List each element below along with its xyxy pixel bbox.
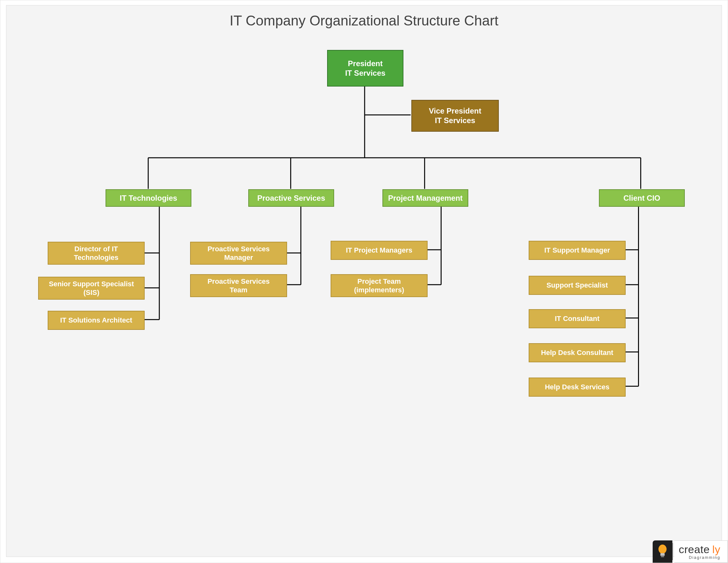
node-it-support-manager: IT Support Manager	[529, 241, 626, 260]
document-outer: IT Company Organizational Structure Char…	[0, 0, 728, 563]
vp-line1: Vice President	[429, 106, 481, 115]
it-tech-r2-l2: (SIS)	[83, 289, 99, 297]
node-vice-president: Vice President IT Services	[411, 100, 499, 132]
watermark-subtitle: Diagramming	[679, 555, 720, 560]
pm-r1: IT Project Managers	[346, 246, 412, 255]
node-senior-support-specialist: Senior Support Specialist (SIS)	[38, 277, 145, 300]
dept-it-tech-label: IT Technologies	[120, 193, 177, 203]
vp-line2: IT Services	[435, 116, 475, 125]
it-tech-r3: IT Solutions Architect	[60, 316, 132, 325]
watermark-text: creately Diagramming	[674, 540, 728, 563]
watermark-brand-b: ly	[712, 544, 720, 555]
chart-title: IT Company Organizational Structure Char…	[6, 13, 722, 29]
creately-watermark: creately Diagramming	[653, 540, 728, 563]
svg-rect-25	[660, 553, 665, 556]
cio-r4: Help Desk Consultant	[541, 348, 613, 357]
cio-r3: IT Consultant	[555, 314, 600, 323]
node-proactive-services-manager: Proactive Services Manager	[190, 242, 287, 264]
node-dept-proactive-services: Proactive Services	[248, 189, 334, 207]
president-line1: President	[348, 59, 382, 68]
president-line2: IT Services	[345, 69, 386, 77]
node-it-solutions-architect: IT Solutions Architect	[48, 311, 145, 330]
bulb-icon	[653, 540, 672, 563]
dept-pm-label: Project Management	[388, 193, 463, 203]
pm-r2-l1: Project Team	[357, 277, 401, 285]
svg-point-24	[658, 545, 667, 554]
node-dept-client-cio: Client CIO	[599, 189, 685, 207]
proactive-r2-l1: Proactive Services	[208, 277, 270, 285]
node-it-consultant: IT Consultant	[529, 309, 626, 328]
it-tech-r2-l1: Senior Support Specialist	[49, 280, 134, 288]
node-president: President IT Services	[327, 50, 403, 86]
dept-proactive-label: Proactive Services	[257, 193, 325, 203]
chart-panel: IT Company Organizational Structure Char…	[6, 5, 722, 557]
node-proactive-services-team: Proactive Services Team	[190, 274, 287, 297]
node-help-desk-consultant: Help Desk Consultant	[529, 343, 626, 362]
it-tech-r1-l2: Technologies	[74, 253, 118, 261]
it-tech-r1-l1: Director of IT	[74, 245, 118, 253]
proactive-r1-l1: Proactive Services	[208, 245, 270, 253]
node-director-it-technologies: Director of IT Technologies	[48, 242, 145, 264]
watermark-brand: creately	[679, 544, 720, 555]
node-dept-it-technologies: IT Technologies	[106, 189, 191, 207]
svg-rect-26	[661, 556, 664, 557]
watermark-divider	[672, 543, 673, 560]
watermark-brand-a: create	[679, 544, 710, 555]
node-dept-project-management: Project Management	[382, 189, 468, 207]
node-project-team-implementers: Project Team (implementers)	[331, 274, 428, 297]
proactive-r2-l2: Team	[230, 286, 248, 294]
proactive-r1-l2: Manager	[224, 253, 253, 261]
node-help-desk-services: Help Desk Services	[529, 378, 626, 397]
cio-r5: Help Desk Services	[545, 383, 609, 392]
cio-r1: IT Support Manager	[544, 246, 610, 255]
node-support-specialist: Support Specialist	[529, 276, 626, 295]
cio-r2: Support Specialist	[546, 281, 608, 290]
dept-cio-label: Client CIO	[623, 193, 660, 203]
node-it-project-managers: IT Project Managers	[331, 241, 428, 260]
pm-r2-l2: (implementers)	[354, 286, 404, 294]
